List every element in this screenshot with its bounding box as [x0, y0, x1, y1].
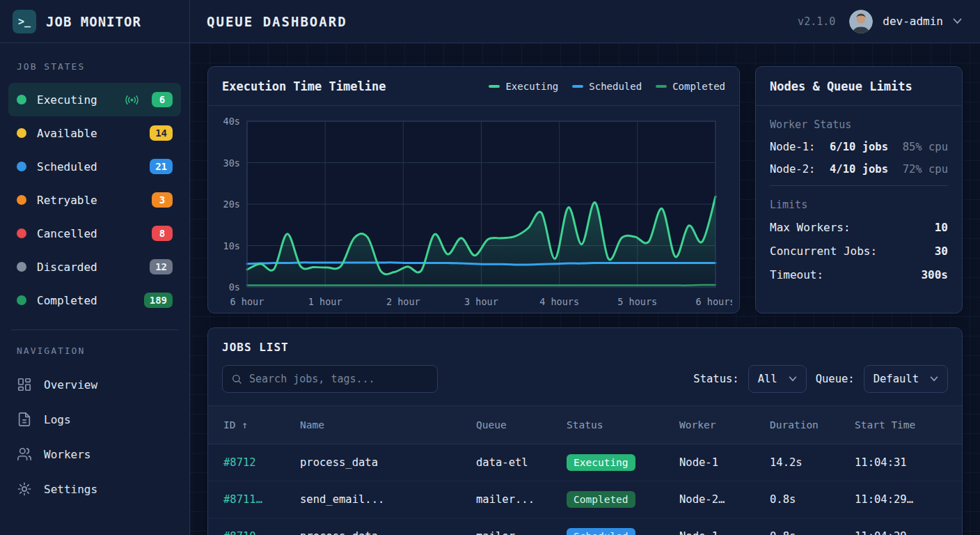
- job-id-link[interactable]: #8711…: [223, 493, 300, 506]
- sidebar-state-cancelled[interactable]: Cancelled8: [8, 217, 181, 250]
- job-name: process_data: [300, 456, 476, 469]
- svg-text:5 hours: 5 hours: [617, 296, 657, 307]
- user-menu[interactable]: v2.1.0 dev-admin: [798, 10, 962, 33]
- navigation-list: OverviewLogsWorkersSettings: [8, 367, 181, 506]
- sidebar-item-workers[interactable]: Workers: [8, 437, 181, 472]
- legend-label: Executing: [505, 81, 558, 92]
- job-worker: Node-1: [679, 456, 770, 469]
- legend-item-scheduled[interactable]: Scheduled: [572, 81, 642, 92]
- dashboard-icon: [17, 377, 32, 392]
- state-dot-icon: [17, 162, 26, 171]
- state-count-badge: 189: [144, 293, 173, 308]
- job-status-cell: Scheduled: [567, 528, 679, 535]
- table-row[interactable]: #8711…send_email...mailer...CompletedNod…: [208, 481, 962, 518]
- state-count-badge: 14: [150, 125, 173, 141]
- state-label: Completed: [37, 294, 134, 307]
- avatar-image: [849, 10, 873, 33]
- brand-name: JOB MONITOR: [46, 14, 141, 29]
- table-row[interactable]: #8710process_datamailerScheduledNode-10.…: [208, 518, 962, 535]
- job-duration: 0.8s: [770, 530, 855, 535]
- job-status-cell: Executing: [567, 454, 679, 471]
- limit-label: Timeout:: [770, 268, 823, 281]
- svg-text:3 hour: 3 hour: [464, 296, 498, 307]
- execution-timeline-card: Execution Time Timeline ExecutingSchedul…: [207, 66, 740, 313]
- status-filter-select[interactable]: All: [748, 365, 807, 393]
- job-queue: data-etl: [476, 456, 567, 469]
- worker-cpu: 85% cpu: [903, 141, 948, 153]
- table-row[interactable]: #8712process_datadata-etlExecutingNode-1…: [208, 444, 962, 481]
- status-badge: Executing: [567, 454, 635, 471]
- users-icon: [17, 447, 32, 462]
- jobs-list-title: JOBS LIST: [222, 341, 948, 354]
- state-count-badge: 8: [152, 226, 173, 241]
- main-content: Execution Time Timeline ExecutingSchedul…: [190, 43, 980, 535]
- legend-swatch-icon: [572, 85, 583, 88]
- state-dot-icon: [17, 128, 26, 138]
- state-label: Scheduled: [37, 160, 139, 173]
- job-start-time: 11:04:29…: [855, 493, 962, 506]
- timeline-chart-svg: 0s10s20s30s40s6 hour1 hour2 hour3 hour4 …: [215, 111, 732, 312]
- worker-status-row: Node-2:4/10 jobs72% cpu: [770, 163, 948, 176]
- column-header-worker[interactable]: Worker: [679, 419, 770, 431]
- sidebar-state-discarded[interactable]: Discarded12: [8, 250, 181, 284]
- column-header-duration[interactable]: Duration: [770, 419, 855, 431]
- state-count-badge: 21: [150, 159, 173, 174]
- queue-filter-value: Default: [874, 373, 919, 385]
- svg-text:4 hours: 4 hours: [539, 296, 579, 307]
- legend-item-completed[interactable]: Completed: [656, 81, 725, 92]
- job-id-link[interactable]: #8712: [223, 456, 300, 469]
- document-icon: [17, 412, 32, 427]
- search-box[interactable]: [222, 365, 438, 393]
- state-dot-icon: [17, 95, 26, 104]
- sidebar-state-completed[interactable]: Completed189: [8, 284, 181, 317]
- sidebar-item-logs[interactable]: Logs: [8, 402, 181, 437]
- state-dot-icon: [17, 195, 26, 205]
- sidebar-state-executing[interactable]: Executing6: [8, 83, 181, 116]
- state-dot-icon: [17, 295, 26, 305]
- nav-item-label: Settings: [44, 483, 97, 496]
- chart-title: Execution Time Timeline: [222, 79, 386, 93]
- state-count-badge: 12: [150, 259, 173, 274]
- svg-text:2 hour: 2 hour: [386, 296, 420, 307]
- queue-filter-select[interactable]: Default: [864, 365, 948, 393]
- job-id-link[interactable]: #8710: [223, 530, 300, 535]
- chart-legend: ExecutingScheduledCompleted: [489, 81, 725, 92]
- sidebar-state-retryable[interactable]: Retryable3: [8, 183, 181, 217]
- brand: >_ JOB MONITOR: [0, 0, 190, 42]
- limits-list: Max Workers:10Concurrent Jobs:30Timeout:…: [770, 221, 948, 281]
- avatar[interactable]: [849, 10, 873, 33]
- column-header-name[interactable]: Name: [300, 419, 476, 431]
- column-header-status[interactable]: Status: [567, 419, 679, 431]
- search-input[interactable]: [249, 373, 429, 385]
- status-filter-value: All: [758, 373, 777, 385]
- legend-swatch-icon: [656, 85, 667, 88]
- jobs-controls: Status: All Queue: Default: [222, 365, 948, 405]
- topbar-main: QUEUE DASHBOARD v2.1.0 dev-admin: [190, 0, 980, 42]
- limit-label: Max Workers:: [770, 221, 851, 234]
- legend-item-executing[interactable]: Executing: [489, 81, 558, 92]
- nav-item-label: Overview: [44, 378, 97, 391]
- sidebar-item-settings[interactable]: Settings: [8, 472, 181, 506]
- sidebar-state-scheduled[interactable]: Scheduled21: [8, 150, 181, 183]
- job-queue: mailer: [476, 530, 567, 535]
- topbar: >_ JOB MONITOR QUEUE DASHBOARD v2.1.0: [0, 0, 980, 43]
- limit-label: Concurrent Jobs:: [770, 245, 877, 258]
- column-header-start-time[interactable]: Start Time: [855, 419, 962, 431]
- state-label: Cancelled: [37, 227, 141, 240]
- svg-text:30s: 30s: [223, 157, 240, 169]
- worker-cpu: 72% cpu: [903, 163, 948, 176]
- sidebar-state-available[interactable]: Available14: [8, 116, 181, 150]
- terminal-icon: >_: [13, 10, 36, 33]
- job-status-cell: Completed: [567, 491, 679, 508]
- job-start-time: 11:04:31: [855, 456, 962, 469]
- limit-row-timeout: Timeout:300s: [770, 268, 948, 281]
- sidebar-item-overview[interactable]: Overview: [8, 367, 181, 402]
- job-states-list: Executing6Available14Scheduled21Retryabl…: [8, 83, 181, 317]
- state-count-badge: 3: [152, 192, 173, 208]
- execution-timeline-chart: 0s10s20s30s40s6 hour1 hour2 hour3 hour4 …: [208, 106, 739, 315]
- table-header-row: ID ↑NameQueueStatusWorkerDurationStart T…: [208, 405, 962, 444]
- column-header-id[interactable]: ID ↑: [223, 419, 300, 431]
- nav-item-label: Workers: [44, 448, 90, 461]
- limit-value: 10: [935, 221, 948, 234]
- column-header-queue[interactable]: Queue: [476, 419, 567, 431]
